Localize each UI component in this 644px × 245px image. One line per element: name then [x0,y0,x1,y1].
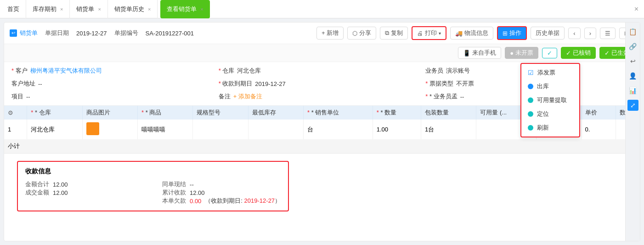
add-invoice-label: 添发票 [537,68,555,77]
dropdown-locate[interactable]: 定位 [521,107,579,121]
tab-sales-order[interactable]: 销货单 × [70,0,107,18]
settlement-label: 同单现结 [162,180,186,188]
locate-label: 定位 [537,110,549,118]
transaction-row: 成交金额 12.00 [25,188,144,197]
row-spec [193,120,248,139]
note-add-button[interactable]: + 添加备注 [233,92,262,101]
staff-value: 演示账号 [446,67,470,75]
balance-value: 0.00 [190,198,201,205]
action-bar: 📱 来自手机 ● 未开票 ✓ ✓ 已核销 ✓ 已生效 [4,44,640,62]
toolbar-right: + 新增 ⬡ 分享 ⧉ 复制 🖨 打印 ▾ 🚚 物流信息 [316,26,634,40]
row-index: 1 [4,120,27,139]
sidebar-user-icon[interactable]: 👤 [627,70,638,81]
project-field: 项目 -- [11,92,219,101]
list-view-button[interactable]: ☰ [600,28,616,39]
customer-label: 客户 [11,67,28,75]
window-close-icon[interactable]: × [634,5,638,13]
dropdown-available-extract[interactable]: 可用量提取 [521,93,579,107]
tab-view-label: 查看销货单 [167,5,197,13]
row-sales-unit: 台 [304,120,373,139]
subtotal-row: 小计 [4,139,640,153]
outbound-label: 出库 [537,82,549,91]
tab-home-label: 首页 [7,5,19,13]
operations-button[interactable]: ⊞ 操作 [497,26,527,40]
col-settings: ⚙ [4,106,27,120]
available-extract-label: 可用量提取 [537,96,567,104]
payment-grid: 金额合计 12.00 成交金额 12.00 同单现结 -- [25,180,281,205]
sidebar-link-icon[interactable]: 🔗 [627,41,638,52]
row-pack-qty: 1台 [421,120,476,139]
transaction-value: 12.00 [53,189,68,196]
row-unit-price: 0. [581,120,616,139]
customer-field: 客户 柳州粤港平安气体有限公司 [11,67,219,75]
dropdown-outbound[interactable]: 出库 [521,80,579,93]
phone-icon: 📱 [463,50,470,57]
logistics-button[interactable]: 🚚 物流信息 [450,27,493,40]
not-opened-button[interactable]: ● 未开票 [505,47,538,59]
sidebar-chart-icon[interactable]: 📊 [627,85,638,96]
circle-icon: ● [510,50,514,57]
project-value: -- [26,93,30,100]
tab-sales-history[interactable]: 销货单历史 × [108,0,158,18]
history-button[interactable]: 历史单据 [531,27,565,40]
right-sidebar: 📋 🔗 ↩ 👤 📊 ⤢ [625,23,640,241]
project-label: 项目 [11,92,23,101]
total-row: 金额合计 12.00 [25,180,144,188]
tab-bar: 首页 库存期初 × 销货单 × 销货单历史 × 查看销货单 × × [0,0,644,18]
tab-sales-history-close[interactable]: × [148,6,151,12]
salesperson-label: * 业务员孟 [425,92,457,101]
address-label: 客户地址 [11,80,35,88]
col-unit-price: 单价 [581,106,616,120]
tab-inventory-close[interactable]: × [60,6,63,12]
customer-value[interactable]: 柳州粤港平安气体有限公司 [30,67,102,75]
new-button[interactable]: + 新增 [316,27,344,40]
print-icon: 🖨 [417,30,423,37]
sidebar-return-icon[interactable]: ↩ [627,56,638,67]
balance-note: （收款到期日: 2019-12-27） [205,197,281,205]
print-button[interactable]: 🖨 打印 ▾ [412,26,446,40]
tab-inventory-init[interactable]: 库存期初 × [26,0,70,18]
settlement-value: -- [190,181,194,188]
accumulated-label: 累计收款 [162,188,186,197]
main-content: ↩ 销货单 单据日期 2019-12-27 单据编号 SA-20191227-0… [4,22,640,241]
operations-dropdown: ☑ 添发票 出库 可用量提取 定位 刷新 [520,63,580,137]
dot-teal1-icon [528,97,533,103]
col-pack-qty: 包装数量 [421,106,476,120]
grid-icon: ⊞ [503,30,508,37]
row-image [82,120,137,139]
tab-inventory-label: 库存期初 [33,5,56,13]
sidebar-clipboard-icon[interactable]: 📋 [627,26,638,37]
col-image: 商品图片 [82,106,137,120]
due-date-label: 收款到期日 [219,80,253,88]
col-spec: 规格型号 [193,106,248,120]
share-button[interactable]: ⬡ 分享 [347,27,376,40]
check-circle-icon: ✓ [566,50,571,57]
canceled-button[interactable]: ✓ 已核销 [561,47,596,59]
tab-sales-close[interactable]: × [98,6,101,12]
dropdown-refresh[interactable]: 刷新 [521,121,579,135]
staff-label: 业务员 [425,67,443,75]
date-label: 单据日期 [45,29,69,37]
sidebar-expand-icon[interactable]: ⤢ [627,100,638,111]
prev-button[interactable]: ‹ [568,28,580,39]
form-title-label: 销货单 [20,29,38,37]
from-phone-button[interactable]: 📱 来自手机 [458,47,501,59]
check-circle2-icon: ✓ [604,50,610,57]
dot-teal3-icon [528,125,533,131]
dropdown-add-invoice[interactable]: ☑ 添发票 [521,66,579,80]
total-label: 金额合计 [25,180,49,188]
next-button[interactable]: › [584,28,596,39]
note-label: 备注 [219,92,231,101]
copy-button[interactable]: ⧉ 复制 [380,27,408,40]
form-header: ↩ 销货单 单据日期 2019-12-27 单据编号 SA-20191227-0… [4,23,640,44]
note-field: 备注 + 添加备注 [219,92,426,101]
settings-icon[interactable]: ⚙ [8,109,13,116]
subtotal-label: 小计 [4,139,640,153]
tab-home[interactable]: 首页 [4,0,26,18]
checkbox-icon: ☑ [528,69,534,76]
refresh-label: 刷新 [537,124,549,132]
dot-blue-icon [528,84,533,89]
tab-view-sales-order[interactable]: 查看销货单 × [160,0,209,18]
confirm-button[interactable]: ✓ [542,48,557,58]
tab-view-close[interactable]: × [200,6,203,12]
